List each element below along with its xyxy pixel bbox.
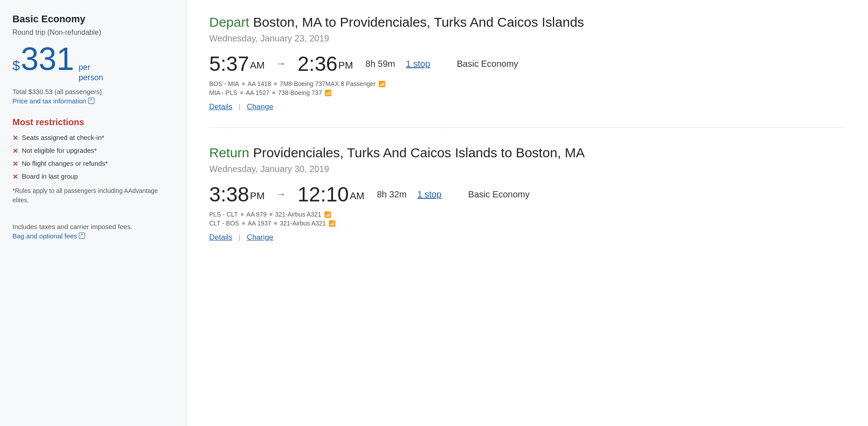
- x-icon: ✕: [12, 147, 18, 155]
- x-icon: ✕: [12, 160, 18, 168]
- leg2-aircraft: 738-Boeing 737: [278, 89, 322, 96]
- return-change-link[interactable]: Change: [247, 233, 273, 242]
- depart-change-link[interactable]: Change: [247, 102, 273, 111]
- trip-type-label: Round trip (Non-refundable): [12, 29, 174, 37]
- leg2-route: CLT - BOS: [209, 220, 239, 227]
- restriction-text: Seats assigned at check-in*: [22, 134, 104, 141]
- includes-fees-label: Includes taxes and carrier imposed fees.: [12, 223, 174, 230]
- action-separator: |: [239, 102, 240, 111]
- return-date: Wednesday, January 30, 2019: [209, 164, 846, 174]
- leg2-aircraft: 321-Airbus A321: [280, 220, 326, 227]
- depart-action-links: Details | Change: [209, 102, 846, 111]
- return-flight-section: Return Providenciales, Turks And Caicos …: [209, 144, 846, 242]
- wifi-icon: 📶: [324, 211, 331, 218]
- depart-depart-time: 5:37AM: [209, 53, 265, 74]
- depart-details-link[interactable]: Details: [209, 102, 232, 111]
- bullet-icon: ■: [240, 211, 243, 217]
- depart-date: Wednesday, January 23, 2019: [209, 33, 846, 44]
- depart-stops-link[interactable]: 1 stop: [406, 59, 430, 69]
- leg2-flight: AA 1937: [247, 220, 271, 227]
- depart-direction-label: Depart: [209, 15, 249, 29]
- bullet-icon: ■: [274, 220, 277, 226]
- depart-leg1-details: BOS - MIA ■ AA 1418 ■ 7M8-Boeing 737MAX …: [209, 80, 846, 87]
- x-icon: ✕: [12, 134, 18, 142]
- leg2-route: MIA - PLS: [209, 89, 237, 96]
- return-depart-ampm: PM: [250, 190, 265, 201]
- bullet-icon: ■: [240, 90, 243, 96]
- external-link-icon: [79, 233, 85, 239]
- dollar-sign: $: [12, 58, 20, 73]
- restriction-text: Board in last group: [22, 172, 78, 180]
- list-item: ✕ Seats assigned at check-in*: [12, 134, 174, 142]
- depart-route: Boston, MA to Providenciales, Turks And …: [253, 15, 584, 29]
- price-tax-label: Price and tax information: [12, 97, 86, 105]
- bullet-icon: ■: [242, 81, 245, 87]
- return-arrive-ampm: AM: [350, 190, 365, 201]
- leg1-aircraft: 321-Airbus A321: [275, 211, 321, 218]
- price-row: $ 331 perperson: [12, 43, 174, 83]
- leg2-flight: AA 1527: [246, 89, 269, 96]
- return-depart-time: 3:38PM: [209, 184, 265, 205]
- return-stops-link[interactable]: 1 stop: [417, 189, 441, 200]
- depart-flight-section: Depart Boston, MA to Providenciales, Tur…: [209, 13, 846, 111]
- return-details-link[interactable]: Details: [209, 233, 232, 242]
- left-panel: Basic Economy Round trip (Non-refundable…: [0, 0, 187, 426]
- bullet-icon: ■: [274, 81, 277, 87]
- flight-divider: [209, 127, 846, 128]
- list-item: ✕ Board in last group: [12, 172, 174, 181]
- fare-type-label: Basic Economy: [12, 13, 174, 25]
- depart-times-row: 5:37AM → 2:36PM 8h 59m 1 stop Basic Econ…: [209, 53, 846, 74]
- restriction-text: No flight changes or refunds*: [22, 160, 108, 167]
- wifi-icon: 📶: [329, 220, 336, 227]
- return-duration: 8h 32m: [377, 189, 407, 200]
- return-arrive-time: 12:10AM: [298, 184, 365, 205]
- list-item: ✕ No flight changes or refunds*: [12, 160, 174, 168]
- depart-arrive-time: 2:36PM: [298, 53, 353, 74]
- leg1-flight: AA 879: [247, 211, 267, 218]
- wifi-icon: 📶: [324, 90, 332, 96]
- leg1-route: BOS - MIA: [209, 80, 239, 87]
- bullet-icon: ■: [272, 90, 275, 96]
- arrive-ampm: PM: [338, 60, 353, 71]
- return-times-row: 3:38PM → 12:10AM 8h 32m 1 stop Basic Eco…: [209, 184, 846, 205]
- return-leg1-details: PLS - CLT ■ AA 879 ■ 321-Airbus A321 📶: [209, 211, 846, 218]
- depart-ampm: AM: [250, 60, 265, 71]
- per-person-label: perperson: [79, 62, 103, 83]
- depart-header: Depart Boston, MA to Providenciales, Tur…: [209, 13, 846, 31]
- restriction-list: ✕ Seats assigned at check-in* ✕ Not elig…: [12, 134, 174, 181]
- leg1-flight: AA 1418: [247, 80, 271, 87]
- restriction-text: Not eligible for upgrades*: [22, 147, 97, 154]
- return-leg2-details: CLT - BOS ■ AA 1937 ■ 321-Airbus A321 📶: [209, 220, 846, 227]
- rules-note: *Rules apply to all passengers including…: [12, 186, 174, 205]
- bullet-icon: ■: [269, 211, 272, 217]
- bullet-icon: ■: [242, 220, 245, 226]
- right-panel: Depart Boston, MA to Providenciales, Tur…: [187, 0, 868, 426]
- restrictions-heading: Most restrictions: [12, 117, 174, 127]
- list-item: ✕ Not eligible for upgrades*: [12, 147, 174, 155]
- total-price-label: Total $330.53 (all passengers): [12, 88, 174, 95]
- depart-cabin: Basic Economy: [457, 59, 518, 69]
- arrow-right-icon: →: [276, 58, 286, 70]
- x-icon: ✕: [12, 173, 18, 181]
- return-header: Return Providenciales, Turks And Caicos …: [209, 144, 846, 161]
- wifi-icon: 📶: [378, 81, 385, 87]
- price-amount: 331: [21, 43, 74, 75]
- return-cabin: Basic Economy: [468, 189, 530, 200]
- return-route: Providenciales, Turks And Caicos Islands…: [253, 145, 584, 160]
- arrow-right-icon: →: [276, 188, 286, 200]
- price-tax-link[interactable]: Price and tax information: [12, 97, 94, 105]
- external-link-icon: [88, 98, 94, 104]
- action-separator: |: [239, 233, 240, 242]
- depart-leg2-details: MIA - PLS ■ AA 1527 ■ 738-Boeing 737 📶: [209, 89, 846, 96]
- depart-duration: 8h 59m: [365, 59, 395, 69]
- leg1-aircraft: 7M8-Boeing 737MAX 8 Passenger: [280, 80, 376, 87]
- bag-fees-label: Bag and optional fees: [12, 232, 77, 240]
- bag-fees-link[interactable]: Bag and optional fees: [12, 232, 85, 240]
- leg1-route: PLS - CLT: [209, 211, 238, 218]
- return-direction-label: Return: [209, 145, 249, 160]
- return-action-links: Details | Change: [209, 233, 846, 242]
